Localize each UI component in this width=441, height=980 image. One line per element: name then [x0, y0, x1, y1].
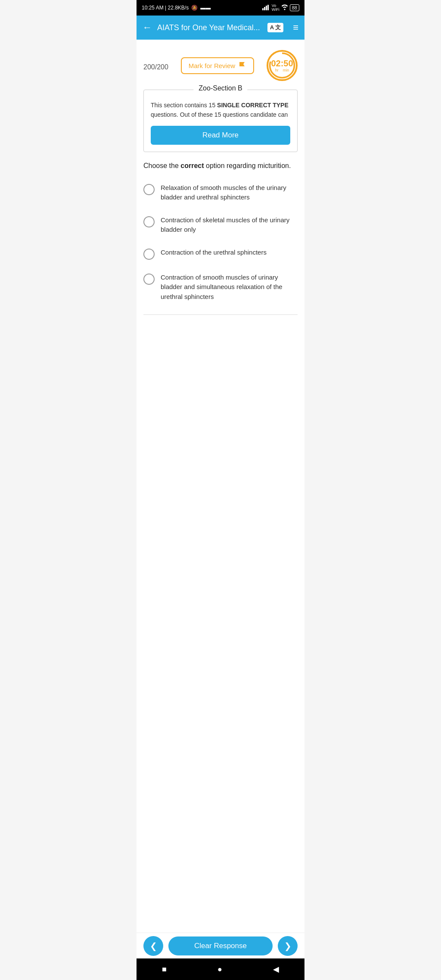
radio-a[interactable] — [143, 184, 155, 195]
option-a[interactable]: Relaxation of smooth muscles of the urin… — [143, 183, 298, 202]
options-list: Relaxation of smooth muscles of the urin… — [143, 183, 298, 302]
language-toggle[interactable]: A 文 — [267, 23, 284, 32]
svg-point-4 — [270, 53, 295, 78]
svg-rect-2 — [266, 6, 267, 10]
question-text: Choose the correct option regarding mict… — [143, 161, 298, 171]
current-question-number: 200/200 — [143, 59, 168, 72]
option-d[interactable]: Contraction of smooth muscles of urinary… — [143, 273, 298, 302]
wifi-icon — [281, 4, 288, 11]
next-button[interactable]: ❯ — [278, 936, 298, 956]
main-content: 200/200 Mark for Review 02:50 hr min — [137, 40, 304, 933]
vo-wifi-label: VoWiFi — [272, 4, 280, 12]
mark-for-review-button[interactable]: Mark for Review — [181, 57, 254, 74]
svg-rect-1 — [264, 7, 265, 10]
question-header-row: 200/200 Mark for Review 02:50 hr min — [143, 50, 298, 81]
status-right: VoWiFi 88 — [262, 4, 299, 12]
android-square-button[interactable]: ■ — [162, 965, 167, 974]
prev-icon: ❮ — [150, 941, 157, 951]
bottom-divider — [143, 314, 298, 315]
previous-button[interactable]: ❮ — [143, 936, 163, 956]
status-left: 10:25 AM | 22.8KB/s 🔕 ▬▬ — [142, 5, 211, 11]
mute-icon: 🔕 — [191, 5, 198, 11]
svg-rect-3 — [267, 5, 269, 10]
clear-response-button[interactable]: Clear Response — [168, 936, 273, 955]
option-c[interactable]: Contraction of the urethral sphincters — [143, 248, 298, 260]
question-number-display: 200/200 — [143, 59, 168, 72]
read-more-button[interactable]: Read More — [151, 126, 290, 145]
next-icon: ❯ — [284, 941, 292, 951]
status-time: 10:25 AM | 22.8KB/s — [142, 5, 189, 11]
mark-review-label: Mark for Review — [189, 62, 235, 69]
signal-icon — [262, 4, 270, 11]
radio-c[interactable] — [143, 249, 155, 260]
menu-button[interactable]: ≡ — [293, 22, 298, 33]
back-button[interactable]: ← — [143, 22, 152, 33]
radio-d[interactable] — [143, 274, 155, 285]
android-back-button[interactable]: ◀ — [273, 964, 279, 974]
option-d-text: Contraction of smooth muscles of urinary… — [161, 273, 298, 302]
timer-display: 02:50 hr min — [267, 50, 298, 81]
app-header: ← AIATS for One Year Medical... A 文 ≡ — [137, 16, 304, 40]
bottom-navigation-bar: ❮ Clear Response ❯ — [137, 933, 304, 958]
radio-b[interactable] — [143, 216, 155, 227]
flag-icon — [239, 62, 246, 70]
option-c-text: Contraction of the urethral sphincters — [161, 248, 267, 258]
message-icon: ▬▬ — [200, 5, 211, 11]
svg-rect-0 — [262, 8, 264, 10]
section-description: This section contains 15 SINGLE CORRECT … — [151, 100, 290, 120]
option-b[interactable]: Contraction of skeletal muscles of the u… — [143, 215, 298, 235]
android-nav-bar: ■ ● ◀ — [137, 958, 304, 980]
section-title: Zoo-Section B — [193, 84, 247, 92]
option-b-text: Contraction of skeletal muscles of the u… — [161, 215, 298, 235]
section-info-box: Zoo-Section B This section contains 15 S… — [143, 90, 298, 152]
header-title: AIATS for One Year Medical... — [157, 23, 262, 32]
android-home-button[interactable]: ● — [217, 965, 222, 974]
status-bar: 10:25 AM | 22.8KB/s 🔕 ▬▬ VoWiFi 88 — [137, 0, 304, 16]
battery-icon: 88 — [290, 4, 299, 11]
option-a-text: Relaxation of smooth muscles of the urin… — [161, 183, 298, 202]
